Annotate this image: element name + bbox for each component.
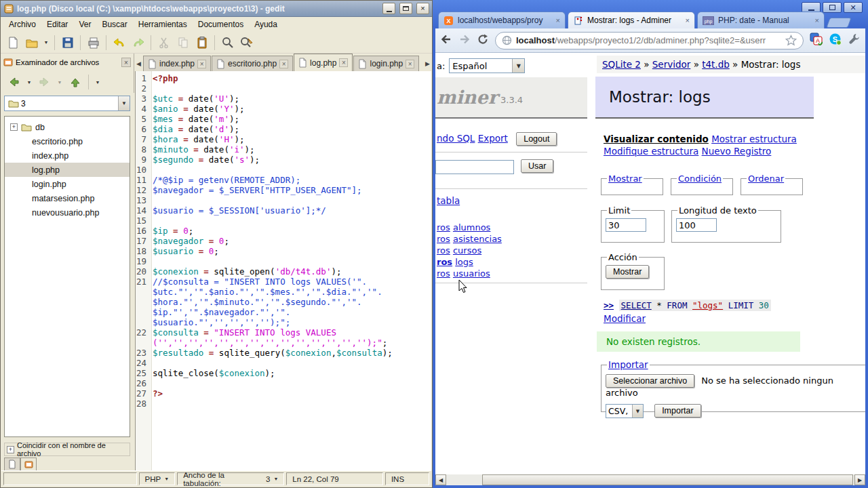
tab-close-icon[interactable]: × <box>406 60 414 68</box>
sql-prompt-link[interactable]: >> <box>604 300 614 310</box>
menu-ayuda[interactable]: Ayuda <box>249 18 283 30</box>
menu-editar[interactable]: Editar <box>41 18 73 30</box>
tab-close-icon[interactable]: × <box>279 60 288 68</box>
table-records-link-asistencias[interactable]: ros <box>437 234 450 244</box>
copy-icon[interactable] <box>174 33 192 52</box>
browser-tab-php[interactable]: phpPHP: date - Manual× <box>697 12 825 28</box>
select-dropdown-icon[interactable]: ▼ <box>512 59 524 73</box>
paste-icon[interactable] <box>193 33 211 52</box>
database-input[interactable] <box>435 160 514 174</box>
tree-file-log.php[interactable]: log.php <box>5 163 130 177</box>
search-icon[interactable] <box>218 33 237 52</box>
open-file-icon[interactable] <box>22 33 41 52</box>
editor-tab-log.php[interactable]: log.php× <box>294 54 353 71</box>
forward-location-icon[interactable] <box>35 73 54 92</box>
logout-button[interactable]: Logout <box>516 132 557 146</box>
create-table-link[interactable]: tabla <box>437 195 460 206</box>
tree-folder-db[interactable]: +db <box>5 120 130 134</box>
forward-dropdown-icon[interactable]: ▼ <box>55 73 64 92</box>
table-records-link-logs[interactable]: ros <box>437 257 452 267</box>
tree-file-matarsesion.php[interactable]: matarsesion.php <box>5 191 130 205</box>
language-selector[interactable]: PHP▼ <box>139 472 176 485</box>
minimize-button[interactable] <box>382 3 395 14</box>
scrollbar-thumb[interactable] <box>482 474 853 485</box>
scroll-left-icon[interactable]: ◀ <box>435 474 446 485</box>
editor-tab-login.php[interactable]: login.php× <box>353 56 419 71</box>
import-button[interactable]: Importar <box>654 404 701 418</box>
browser-tab-xampp[interactable]: Xlocalhost/webapps/proy× <box>438 12 566 28</box>
format-select[interactable]: CSV,▼ <box>606 404 644 418</box>
search-replace-icon[interactable] <box>237 33 256 52</box>
table-records-link-cursos[interactable]: ros <box>437 245 450 256</box>
open-dropdown-icon[interactable]: ▼ <box>41 33 51 52</box>
table-link-usuarios[interactable]: usuarios <box>453 268 490 279</box>
back-icon[interactable] <box>440 33 452 48</box>
breadcrumb-link-servidor[interactable]: Servidor <box>652 59 691 70</box>
import-legend-link[interactable]: Importar <box>608 359 648 370</box>
table-link-cursos[interactable]: cursos <box>453 245 481 256</box>
documents-panel-tab-icon[interactable] <box>4 458 20 471</box>
content-link-visualizar-contenido[interactable]: Visualizar contenido <box>604 134 709 144</box>
table-link-asistencias[interactable]: asistencias <box>453 234 502 244</box>
content-link-mostrar-estructura[interactable]: Mostrar estructura <box>711 134 797 144</box>
close-button[interactable]: × <box>416 3 429 14</box>
tab-scroll-right-icon[interactable]: ▶ <box>423 56 432 71</box>
text-length-input[interactable] <box>676 218 717 232</box>
table-records-link-usuarios[interactable]: ros <box>437 268 450 279</box>
match-filename-row[interactable]: + Coincidir con el nombre de archivo <box>4 443 130 456</box>
scroll-right-icon[interactable]: ▶ <box>854 474 865 485</box>
gedit-titlebar[interactable]: log.php (Disco local (C:) \xampp\htdocs\… <box>1 1 432 17</box>
choose-file-button[interactable]: Seleccionar archivo <box>606 374 694 388</box>
editor-tab-escritorio.php[interactable]: escritorio.php× <box>212 56 293 71</box>
modify-sql-link[interactable]: Modificar <box>604 313 646 324</box>
back-dropdown-icon[interactable]: ▼ <box>24 73 34 92</box>
location-combobox[interactable]: 3 ▼ <box>4 96 130 111</box>
new-tab-button[interactable] <box>826 18 851 28</box>
filter-link-mostrar[interactable]: Mostrar <box>608 174 642 184</box>
expander-icon[interactable]: + <box>7 446 14 453</box>
select-dropdown-icon[interactable]: ▼ <box>632 405 643 418</box>
restore-button[interactable] <box>399 3 412 14</box>
undo-icon[interactable] <box>110 33 128 52</box>
tab-close-icon[interactable]: × <box>339 58 348 67</box>
editor-area[interactable]: 1<?php23$utc = date('U');4$anio = date('… <box>135 71 431 470</box>
browser-tab-adminer[interactable]: Mostrar: logs - Adminer× <box>568 12 695 28</box>
translate-extension-icon[interactable]: A <box>810 33 823 48</box>
cut-icon[interactable] <box>155 33 173 52</box>
filter-link-ordenar[interactable]: Ordenar <box>748 174 784 184</box>
table-name-link[interactable]: "logs" <box>692 300 723 310</box>
breadcrumb-link-t4t.db[interactable]: t4t.db <box>702 59 730 70</box>
language-select[interactable]: Español ▼ <box>449 58 525 73</box>
menu-documentos[interactable]: Documentos <box>193 18 249 30</box>
tree-file-escritorio.php[interactable]: escritorio.php <box>5 134 130 148</box>
show-button[interactable]: Mostrar <box>606 265 649 279</box>
combobox-dropdown-icon[interactable]: ▼ <box>118 96 130 110</box>
address-bar[interactable]: localhost/webapps/proyecto1/2/db/adminer… <box>495 32 804 49</box>
menu-archivo[interactable]: Archivo <box>3 18 41 30</box>
code-text[interactable]: 1<?php23$utc = date('U');4$anio = date('… <box>136 73 431 409</box>
sql-command-link[interactable]: ndo SQL <box>437 133 475 144</box>
forward-icon[interactable] <box>458 33 471 48</box>
table-records-link-alumnos[interactable]: ros <box>437 222 450 232</box>
select-keyword-link[interactable]: SELECT <box>621 300 652 310</box>
horizontal-scrollbar[interactable]: ◀ ▶ <box>435 474 865 485</box>
tab-scroll-left-icon[interactable]: ◀ <box>134 56 143 71</box>
wrench-icon[interactable] <box>848 33 861 48</box>
save-icon[interactable] <box>58 33 77 52</box>
panel-close-icon[interactable]: × <box>121 58 131 67</box>
tab-close-icon[interactable]: × <box>556 16 560 24</box>
bookmark-star-icon[interactable] <box>785 35 797 46</box>
tab-close-icon[interactable]: × <box>815 16 819 24</box>
up-level-icon[interactable] <box>66 73 84 92</box>
reload-icon[interactable] <box>477 33 489 48</box>
tree-expander-icon[interactable]: + <box>10 123 18 131</box>
back-location-icon[interactable] <box>5 73 23 92</box>
bookmarks-dropdown-icon[interactable]: ▼ <box>93 73 102 92</box>
tab-close-icon[interactable]: × <box>197 60 206 68</box>
skype-extension-icon[interactable]: S <box>829 33 842 48</box>
new-document-icon[interactable] <box>3 33 22 52</box>
tree-file-login.php[interactable]: login.php <box>5 177 130 191</box>
content-link-nuevo-registro[interactable]: Nuevo Registro <box>702 146 772 157</box>
tree-file-nuevousuario.php[interactable]: nuevousuario.php <box>5 205 130 220</box>
redo-icon[interactable] <box>129 33 147 52</box>
